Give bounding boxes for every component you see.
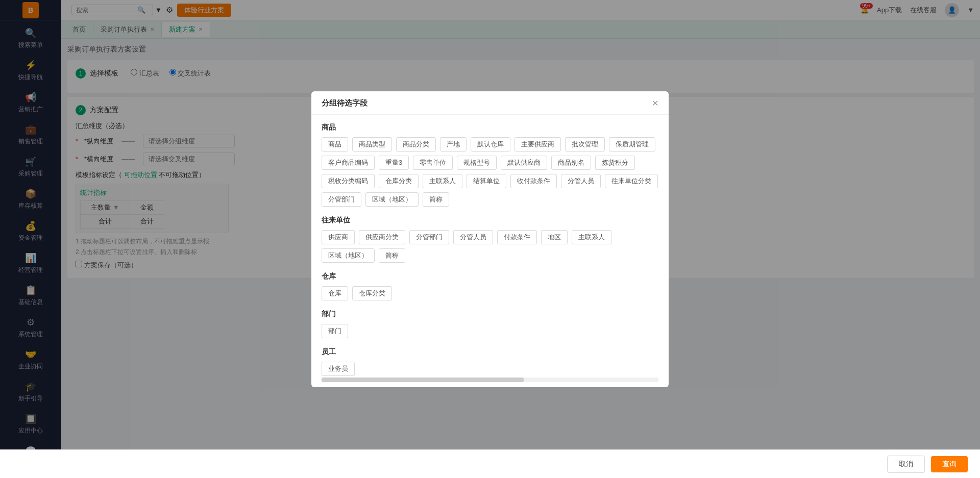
field-tag-0-13[interactable]: 商品别名 [551,156,591,170]
field-tags-1: 供应商供应商分类分管部门分管人员付款条件地区主联系人区域（地区）简称 [322,230,658,263]
field-tag-0-2[interactable]: 商品分类 [396,137,436,152]
field-tag-0-16[interactable]: 仓库分类 [379,174,419,188]
field-tag-0-22[interactable]: 分管部门 [322,192,361,207]
field-tag-0-8[interactable]: 客户商品编码 [322,156,375,170]
field-tag-0-4[interactable]: 默认仓库 [471,137,510,152]
field-tag-1-8[interactable]: 简称 [379,248,405,263]
field-tags-4: 业务员 [322,362,658,376]
field-tag-0-12[interactable]: 默认供应商 [501,156,547,170]
field-group-title-4: 员工 [322,347,658,357]
field-group-2: 仓库仓库仓库分类 [322,272,658,300]
cancel-button[interactable]: 取消 [887,456,925,473]
field-select-modal: 分组待选字段 ✕ 商品商品商品类型商品分类产地默认仓库主要供应商批次管理保质期管… [311,91,669,387]
field-tag-0-11[interactable]: 规格型号 [457,156,497,170]
field-tags-2: 仓库仓库分类 [322,286,658,300]
field-tag-0-0[interactable]: 商品 [322,137,348,152]
field-tag-0-9[interactable]: 重量3 [379,156,409,170]
field-group-1: 往来单位供应商供应商分类分管部门分管人员付款条件地区主联系人区域（地区）简称 [322,216,658,263]
field-tags-0: 商品商品类型商品分类产地默认仓库主要供应商批次管理保质期管理客户商品编码重量3零… [322,137,658,207]
field-tag-0-21[interactable]: 往来单位分类 [605,174,658,188]
bottom-bar: 取消 查询 [0,449,980,478]
field-tag-0-3[interactable]: 产地 [440,137,467,152]
field-tags-3: 部门 [322,324,658,338]
field-tag-2-1[interactable]: 仓库分类 [352,286,392,300]
field-tag-0-23[interactable]: 区域（地区） [365,192,419,207]
field-tag-0-19[interactable]: 收付款条件 [510,174,557,188]
field-tag-0-6[interactable]: 批次管理 [565,137,605,152]
field-tag-0-7[interactable]: 保质期管理 [609,137,655,152]
field-tag-1-6[interactable]: 主联系人 [572,230,611,244]
field-tag-0-20[interactable]: 分管人员 [561,174,601,188]
field-tag-0-15[interactable]: 税收分类编码 [322,174,375,188]
field-tag-2-0[interactable]: 仓库 [322,286,348,300]
field-tag-0-10[interactable]: 零售单位 [413,156,453,170]
field-tag-1-5[interactable]: 地区 [541,230,568,244]
modal-body: 商品商品商品类型商品分类产地默认仓库主要供应商批次管理保质期管理客户商品编码重量… [311,115,669,378]
modal-overlay: 分组待选字段 ✕ 商品商品商品类型商品分类产地默认仓库主要供应商批次管理保质期管… [0,0,980,478]
hscroll-thumb[interactable] [322,378,524,382]
field-group-title-1: 往来单位 [322,216,658,225]
field-tag-0-1[interactable]: 商品类型 [352,137,392,152]
field-tag-0-24[interactable]: 简称 [423,192,449,207]
field-tag-3-0[interactable]: 部门 [322,324,348,338]
field-tag-1-7[interactable]: 区域（地区） [322,248,375,263]
field-tag-1-0[interactable]: 供应商 [322,230,355,244]
field-group-title-3: 部门 [322,310,658,319]
field-tag-0-18[interactable]: 结算单位 [467,174,506,188]
field-tag-0-5[interactable]: 主要供应商 [514,137,561,152]
field-tag-0-14[interactable]: 炼货积分 [595,156,635,170]
field-tag-1-3[interactable]: 分管人员 [453,230,493,244]
modal-title: 分组待选字段 [322,98,368,108]
confirm-button[interactable]: 查询 [931,456,968,472]
field-group-title-0: 商品 [322,123,658,132]
modal-header: 分组待选字段 ✕ [311,91,669,115]
field-group-title-2: 仓库 [322,272,658,281]
field-group-3: 部门部门 [322,310,658,338]
field-group-4: 员工业务员 [322,347,658,376]
field-tag-1-2[interactable]: 分管部门 [409,230,449,244]
horizontal-scrollbar[interactable] [322,378,658,382]
field-tag-0-17[interactable]: 主联系人 [423,174,462,188]
modal-close-btn[interactable]: ✕ [652,98,658,108]
field-tag-4-0[interactable]: 业务员 [322,362,355,376]
field-tag-1-1[interactable]: 供应商分类 [359,230,405,244]
field-group-0: 商品商品商品类型商品分类产地默认仓库主要供应商批次管理保质期管理客户商品编码重量… [322,123,658,207]
field-tag-1-4[interactable]: 付款条件 [497,230,537,244]
